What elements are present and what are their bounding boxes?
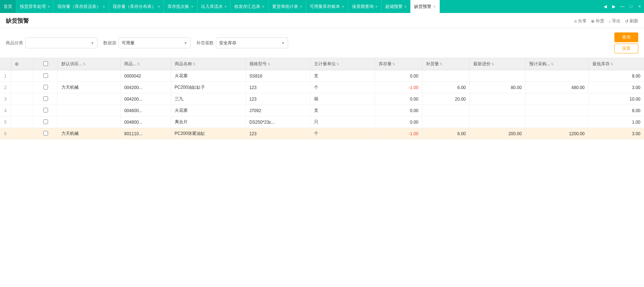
cell-supplier-3	[57, 105, 120, 116]
tab-3[interactable]: 现存量（库存分布表）×	[109, 0, 164, 13]
table-container: ⚙默认供应...⇅商品...⇅商品名称⇅规格型号⇅主计量单位⇅库存量⇅补货量⇅最…	[0, 58, 644, 140]
row-checkbox-0[interactable]	[34, 70, 58, 82]
share-icon: ⎋	[574, 19, 577, 24]
tab-close-all-btn[interactable]: ×	[635, 0, 644, 13]
tab-close-8[interactable]: ×	[342, 4, 344, 9]
datasource-dropdown-icon: ▼	[184, 41, 187, 45]
cell-est_purchase-5: 1200.00	[526, 128, 588, 140]
row-num-3: 4	[0, 105, 11, 116]
cell-latest_price-4	[470, 116, 526, 128]
datasource-select-value: 可用量	[122, 40, 135, 46]
tab-close-11[interactable]: ×	[433, 4, 435, 9]
settings-button[interactable]: 设置	[614, 44, 638, 53]
cell-latest_price-5: 200.00	[470, 128, 526, 140]
cell-supplier-4	[57, 116, 120, 128]
row-checkbox-4[interactable]	[34, 116, 58, 128]
category-select[interactable]: ▼	[25, 37, 97, 48]
main-content: 缺货预警 ⎋ 分享 ⊕ 补货 ↓ 导出 ↺ 刷新 商品分类	[0, 13, 644, 287]
row-check-0[interactable]	[43, 73, 48, 78]
row-checkbox-1[interactable]	[34, 82, 58, 93]
tab-label-8: 可用量库存账本	[310, 4, 340, 10]
cell-name-4: 离合片	[171, 116, 245, 128]
table-row: 10000042火花塞SS816支0.008.00	[0, 70, 644, 82]
cell-unit-4: 只	[310, 116, 375, 128]
cell-replenish-2: 20.00	[422, 93, 470, 105]
cell-min_stock-5: 3.00	[588, 128, 644, 140]
col-header-replenish: 补货量⇅	[422, 58, 470, 70]
row-checkbox-5[interactable]	[34, 128, 58, 140]
row-settings-2	[11, 93, 34, 105]
tab-9[interactable]: 保质期查询×	[348, 0, 382, 13]
sort-icon-supplier: ⇅	[83, 62, 86, 66]
tab-minimize-btn[interactable]: —	[618, 0, 627, 13]
cell-latest_price-0	[470, 70, 526, 82]
cell-spec-5: 123	[245, 128, 310, 140]
tab-5[interactable]: 出入库流水×	[197, 0, 231, 13]
tab-close-2[interactable]: ×	[103, 4, 105, 9]
cell-name-2: 三九	[171, 93, 245, 105]
tab-10[interactable]: 超储预警×	[382, 0, 410, 13]
row-checkbox-2[interactable]	[34, 93, 58, 105]
row-settings-1	[11, 82, 34, 93]
datasource-select[interactable]: 可用量 ▼	[118, 37, 191, 48]
cell-code-3: 004600...	[121, 105, 171, 116]
col-header-latest_price: 最新进价⇅	[470, 58, 526, 70]
col-header-settings[interactable]: ⚙	[11, 58, 34, 70]
tab-close-9[interactable]: ×	[375, 4, 378, 9]
refresh-icon: ↺	[625, 19, 628, 24]
replenish-select[interactable]: 安全库存 ▼	[216, 37, 288, 48]
replenish-icon: ⊕	[591, 19, 595, 24]
cell-min_stock-4: 1.00	[588, 116, 644, 128]
select-all-checkbox[interactable]	[43, 61, 48, 66]
tab-label-7: 要货单统计表	[272, 4, 298, 10]
tab-maximize-btn[interactable]: □	[627, 0, 635, 13]
tab-label-9: 保质期查询	[352, 4, 374, 10]
tab-11[interactable]: 缺货预警×	[410, 0, 439, 13]
cell-code-4: 004800...	[121, 116, 171, 128]
tab-close-7[interactable]: ×	[300, 4, 302, 9]
tab-6[interactable]: 收发存汇总表×	[231, 0, 268, 13]
share-button[interactable]: ⎋ 分享	[574, 18, 587, 24]
export-button[interactable]: ↓ 导出	[609, 18, 621, 24]
tab-close-5[interactable]: ×	[225, 4, 227, 9]
sort-icon-min_stock: ⇅	[610, 62, 613, 66]
tab-4[interactable]: 库存批次账×	[164, 0, 197, 13]
refresh-button[interactable]: ↺ 刷新	[625, 18, 638, 24]
cell-stock-4: 0.00	[375, 116, 422, 128]
tab-2[interactable]: 现存量（库存状况表）×	[54, 0, 109, 13]
tab-close-4[interactable]: ×	[191, 4, 193, 9]
tab-7[interactable]: 要货单统计表×	[269, 0, 306, 13]
cell-unit-0: 支	[310, 70, 375, 82]
col-header-checkbox	[34, 58, 58, 70]
tab-close-1[interactable]: ×	[48, 4, 50, 9]
tab-close-6[interactable]: ×	[262, 4, 264, 9]
tab-0[interactable]: 首页	[0, 0, 16, 13]
cell-spec-2: 123	[245, 93, 310, 105]
row-checkbox-3[interactable]	[34, 105, 58, 116]
tab-8[interactable]: 可用量库存账本×	[306, 0, 348, 13]
cell-name-0: 火花塞	[171, 70, 245, 82]
row-check-3[interactable]	[43, 108, 48, 112]
row-check-4[interactable]	[43, 119, 48, 124]
tab-prev-btn[interactable]: ◀	[601, 0, 609, 13]
row-check-2[interactable]	[43, 96, 48, 101]
datasource-filter-group: 数据源 可用量 ▼	[103, 37, 191, 48]
tab-next-btn[interactable]: ▶	[609, 0, 618, 13]
query-button[interactable]: 查询	[614, 32, 638, 42]
cell-code-5: 801110...	[121, 128, 171, 140]
tab-close-3[interactable]: ×	[158, 4, 160, 9]
sort-icon-latest_price: ⇅	[491, 62, 494, 66]
gear-icon[interactable]: ⚙	[15, 62, 19, 67]
row-num-4: 5	[0, 116, 11, 128]
category-filter-group: 商品分类 ▼	[6, 37, 97, 48]
col-header-spec: 规格型号⇅	[245, 58, 310, 70]
tab-1[interactable]: 拣货异常处理×	[16, 0, 54, 13]
row-check-5[interactable]	[43, 131, 48, 136]
tab-label-3: 现存量（库存分布表）	[113, 4, 156, 10]
export-icon: ↓	[609, 19, 611, 24]
tab-close-10[interactable]: ×	[404, 4, 406, 9]
row-check-1[interactable]	[43, 85, 48, 89]
replenish-button[interactable]: ⊕ 补货	[591, 18, 604, 24]
col-header-supplier: 默认供应...⇅	[57, 58, 120, 70]
cell-stock-3: 0.00	[375, 105, 422, 116]
